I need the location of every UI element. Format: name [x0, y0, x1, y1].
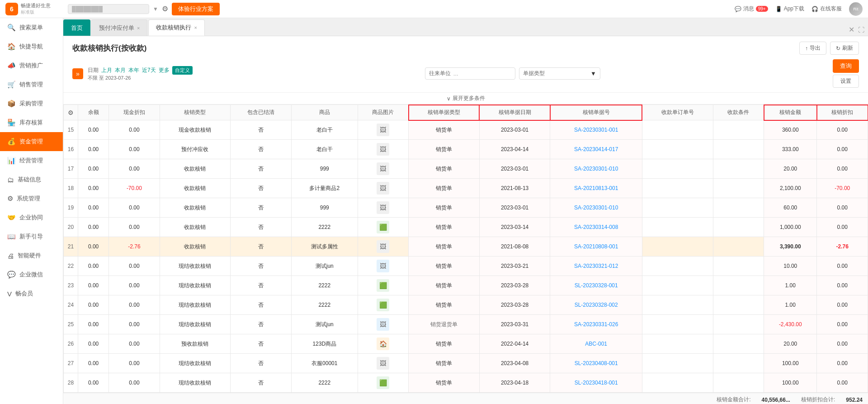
- sidebar-item-basic[interactable]: 🗂 基础信息: [0, 170, 63, 189]
- column-settings-icon[interactable]: ⚙: [68, 109, 74, 116]
- table-row: 150.000.00现金收款核销否老白干🖼销货单2023-03-01SA-202…: [64, 120, 868, 140]
- tab-collection-close-icon[interactable]: ×: [194, 25, 197, 30]
- cell-cancel-no[interactable]: SA-20230331-026: [550, 315, 642, 334]
- date-more[interactable]: 更多: [159, 67, 170, 74]
- app-download-item[interactable]: 📱 App下载: [775, 5, 804, 13]
- cell-goods: 多计量商品2: [291, 179, 358, 198]
- cell-cancel-amount: 360.00: [764, 120, 817, 140]
- chevron-down-icon: ▼: [590, 70, 596, 77]
- footer-cancel-amount-total: 40,556,66...: [762, 397, 790, 403]
- th-include-settled: 包含已结清: [231, 105, 292, 120]
- cell-cash-discount: 0.00: [109, 198, 160, 218]
- date-custom-badge[interactable]: 自定义: [172, 66, 193, 75]
- cell-collection-condition: [713, 218, 764, 237]
- sidebar-item-operations[interactable]: 📊 经营管理: [0, 151, 63, 170]
- cell-cancel-no[interactable]: ABC-001: [550, 334, 642, 354]
- cell-cancel-no[interactable]: SL-20230418-001: [550, 373, 642, 393]
- th-cancel-type: 核销类型: [160, 105, 231, 120]
- refresh-button[interactable]: ↻ 刷新: [830, 42, 859, 55]
- cell-cash-discount: 0.00: [109, 140, 160, 159]
- top-dropdown-btn[interactable]: ▼: [153, 6, 158, 12]
- close-all-icon[interactable]: ✕: [849, 25, 854, 34]
- cell-cancel-date: 2023-03-28: [479, 276, 550, 295]
- cell-cancel-type: 现结收款核销: [160, 373, 231, 393]
- cell-cancel-amount: 333.00: [764, 140, 817, 159]
- cell-cancel-bill-type: 销货单: [409, 295, 480, 315]
- cell-cancel-no[interactable]: SA-20230314-008: [550, 218, 642, 237]
- sidebar-item-inventory[interactable]: 🏪 库存核算: [0, 113, 63, 132]
- cell-cancel-bill-type: 销货单: [409, 373, 480, 393]
- finance-icon: 💰: [7, 138, 16, 146]
- sidebar-item-purchase[interactable]: 📦 采购管理: [0, 94, 63, 113]
- cell-include-settled: 否: [231, 237, 292, 257]
- cell-cancel-no[interactable]: SA-20230414-017: [550, 140, 642, 159]
- expand-filter-button[interactable]: »: [72, 68, 83, 79]
- user-avatar[interactable]: Rit: [849, 2, 863, 16]
- cell-cancel-no[interactable]: SA-20230301-010: [550, 159, 642, 179]
- cell-cancel-discount: 0.00: [817, 120, 868, 140]
- cell-cash-discount: 0.00: [109, 276, 160, 295]
- cell-cancel-no[interactable]: SA-20230321-012: [550, 257, 642, 276]
- cell-collection-condition: [713, 140, 764, 159]
- settings-gear-icon[interactable]: ⚙: [162, 5, 168, 13]
- cell-cash-discount: 0.00: [109, 159, 160, 179]
- tab-prepay-label: 预付冲应付单: [99, 24, 134, 32]
- filter-settings-button[interactable]: 设置: [833, 75, 859, 88]
- online-service-item[interactable]: 🎧 在线客服: [811, 5, 842, 13]
- cell-cancel-no[interactable]: SA-20230301-010: [550, 198, 642, 218]
- date-this-year[interactable]: 本年: [128, 67, 139, 74]
- cell-cancel-amount: 100.00: [764, 373, 817, 393]
- date-last-month[interactable]: 上月: [101, 67, 112, 74]
- cell-collection-order: [642, 237, 713, 257]
- cell-goods-image: 🏠: [358, 334, 408, 354]
- th-settings[interactable]: ⚙: [64, 105, 78, 120]
- filter-bar: » 日期 上月 本月 本年 近7天 更多 自定义 不限 至 2023-07-26: [63, 55, 868, 93]
- bill-type-filter[interactable]: 单据类型 ▼: [519, 67, 600, 80]
- tab-prepay-close-icon[interactable]: ×: [137, 25, 140, 31]
- sidebar-item-wechat[interactable]: 💬 企业微信: [0, 265, 63, 284]
- sidebar-item-sales[interactable]: 🛒 销售管理: [0, 75, 63, 94]
- sidebar-item-quick-nav[interactable]: 🏠 快捷导航: [0, 37, 63, 56]
- cell-goods: 999: [291, 198, 358, 218]
- cell-cancel-no[interactable]: SA-20210813-001: [550, 179, 642, 198]
- export-button[interactable]: ↑ 导出: [799, 42, 826, 55]
- cell-cancel-discount: 0.00: [817, 315, 868, 334]
- tab-home[interactable]: 首页: [63, 19, 90, 36]
- message-item[interactable]: 💬 消息 99+: [735, 5, 768, 13]
- sidebar-item-collab[interactable]: 🤝 企业协同: [0, 208, 63, 227]
- cell-collection-condition: [713, 354, 764, 373]
- cell-row-no: 26: [64, 334, 78, 354]
- logo-icon: 6: [5, 3, 18, 15]
- cell-goods-image: 🟩: [358, 276, 408, 295]
- top-bar-center: ████████ ▼ ⚙ 体验行业方案: [68, 3, 731, 15]
- cell-cancel-no[interactable]: SA-20230301-001: [550, 120, 642, 140]
- top-search-input[interactable]: ████████: [68, 4, 149, 14]
- tab-prepay[interactable]: 预付冲应付单 ×: [91, 19, 147, 36]
- sidebar-item-search[interactable]: 🔍 搜索菜单: [0, 18, 63, 37]
- industry-solution-button[interactable]: 体验行业方案: [172, 3, 220, 15]
- maximize-icon[interactable]: ⛶: [858, 26, 864, 33]
- cell-cancel-no[interactable]: SL-20230408-001: [550, 354, 642, 373]
- date-this-month[interactable]: 本月: [115, 67, 126, 74]
- tab-collection[interactable]: 收款核销执行 ×: [148, 19, 204, 36]
- th-cash-discount: 现金折扣: [109, 105, 160, 120]
- sidebar-item-marketing[interactable]: 📣 营销推广: [0, 56, 63, 75]
- th-goods-image: 商品图片: [358, 105, 408, 120]
- cell-cancel-no[interactable]: SL-20230328-002: [550, 295, 642, 315]
- sidebar-item-hardware[interactable]: 🖨 智能硬件: [0, 246, 63, 265]
- sidebar-item-member[interactable]: V 畅会员: [0, 284, 63, 303]
- folder-icon: 🗂: [7, 176, 14, 184]
- sidebar-item-system[interactable]: ⚙ 系统管理: [0, 189, 63, 208]
- table-row: 240.000.00现结收款核销否2222🟩销货单2023-03-28SL-20…: [64, 295, 868, 315]
- date-last-7-days[interactable]: 近7天: [142, 67, 156, 74]
- data-table: ⚙ 余额 现金折扣 核销类型 包含已结清 商品 商品图片 核销单据类型 核销单据…: [63, 105, 868, 393]
- expand-more-conditions[interactable]: ∨ 展开更多条件: [63, 93, 868, 105]
- from-unit-filter[interactable]: 往来单位 ...: [425, 67, 515, 80]
- page-content: 收款核销执行(按收款) ↑ 导出 ↻ 刷新 » 日期: [63, 36, 868, 404]
- query-button[interactable]: 查询: [833, 59, 859, 73]
- cell-cancel-no[interactable]: SL-20230328-001: [550, 276, 642, 295]
- sidebar-item-guide[interactable]: 📖 新手引导: [0, 227, 63, 246]
- cell-cancel-no[interactable]: SA-20210808-001: [550, 237, 642, 257]
- cell-cancel-bill-type: 销货单: [409, 159, 480, 179]
- sidebar-item-finance[interactable]: 💰 资金管理: [0, 132, 63, 151]
